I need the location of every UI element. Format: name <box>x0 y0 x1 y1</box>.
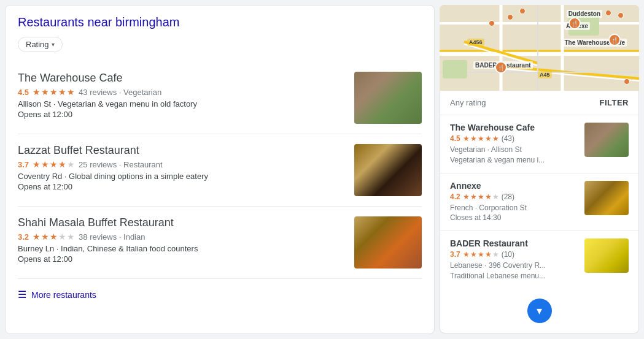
star-half: ★ <box>492 134 499 143</box>
right-restaurant-name: The Warehouse Cafe <box>450 123 578 132</box>
restaurant-name: The Warehouse Cafe <box>18 72 344 85</box>
stars: ★★★★★ <box>33 87 75 97</box>
right-restaurant-item[interactable]: The Warehouse Cafe 4.5 ★★★★★ (43) Vegeta… <box>440 115 638 173</box>
map-container[interactable]: Duddeston Annexe The Warehouse Cafe BADE… <box>440 5 639 91</box>
restaurant-desc: Coventry Rd · Global dining options in a… <box>18 172 344 181</box>
star-empty: ★ <box>58 232 66 242</box>
right-restaurant-image <box>584 123 629 157</box>
restaurant-name: Shahi Masala Buffet Restaurant <box>18 216 344 229</box>
restaurant-info: The Warehouse Cafe 4.5 ★★★★★ 43 reviews … <box>18 72 344 119</box>
right-restaurant-desc: Vegetarian & vegan menu i... <box>450 155 578 166</box>
star-filled: ★ <box>470 134 477 143</box>
star-filled: ★ <box>485 134 492 143</box>
restaurant-info: Lazzat Buffet Restaurant 3.7 ★★★★★ 25 re… <box>18 144 344 191</box>
right-stars: ★★★★★ <box>463 134 499 143</box>
map-dot-5 <box>489 20 495 26</box>
star-filled: ★ <box>58 87 66 97</box>
right-restaurant-image <box>584 238 629 273</box>
map-pin-annexe[interactable]: 🍴 <box>568 17 581 29</box>
right-stars: ★★★★★ <box>463 250 499 259</box>
right-rating-row: 4.2 ★★★★★ (28) <box>450 192 578 201</box>
filter-row: Rating ▾ <box>18 37 422 52</box>
star-filled: ★ <box>41 232 49 242</box>
right-restaurant-type: French · Corporation St <box>450 203 578 213</box>
map-dot-3 <box>507 14 513 20</box>
map-dot-2 <box>605 10 611 16</box>
restaurant-item[interactable]: Lazzat Buffet Restaurant 3.7 ★★★★★ 25 re… <box>18 134 422 206</box>
star-filled: ★ <box>41 159 49 169</box>
right-filter-bar: Any rating FILTER <box>440 91 638 115</box>
restaurant-hours: Opens at 12:00 <box>18 254 344 264</box>
star-filled: ★ <box>485 192 492 201</box>
right-restaurant-item[interactable]: Annexe 4.2 ★★★★★ (28) French · Corporati… <box>440 173 638 232</box>
star-empty: ★ <box>492 250 499 259</box>
right-panel: Duddeston Annexe The Warehouse Cafe BADE… <box>440 5 639 334</box>
star-empty: ★ <box>67 232 75 242</box>
star-empty: ★ <box>492 192 499 201</box>
right-restaurant-desc: Closes at 14:30 <box>450 213 578 223</box>
star-filled: ★ <box>478 250 484 259</box>
star-filled: ★ <box>33 159 41 169</box>
star-empty: ★ <box>67 159 75 169</box>
right-restaurant-info: Annexe 4.2 ★★★★★ (28) French · Corporati… <box>450 181 578 224</box>
star-filled: ★ <box>50 87 58 97</box>
right-filter-button[interactable]: FILTER <box>599 98 629 107</box>
rating-filter-label: Rating <box>26 40 49 49</box>
restaurant-desc: Allison St · Vegetarian & vegan menu in … <box>18 99 344 109</box>
right-rating-number: 4.2 <box>450 192 460 201</box>
right-restaurant-item[interactable]: BADER Restaurant 3.7 ★★★★★ (10) Lebanese… <box>440 231 638 289</box>
stars: ★★★★★ <box>33 159 75 169</box>
star-filled: ★ <box>463 250 470 259</box>
right-restaurant-info: BADER Restaurant 3.7 ★★★★★ (10) Lebanese… <box>450 238 578 281</box>
chevron-down-icon: ▾ <box>52 41 55 48</box>
right-content: Any rating FILTER The Warehouse Cafe 4.5… <box>440 91 639 333</box>
right-reviews: (28) <box>502 192 514 201</box>
reviews-text: 43 reviews · Vegetarian <box>79 88 161 97</box>
rating-row: 3.2 ★★★★★ 38 reviews · Indian <box>18 232 344 242</box>
right-restaurant-name: BADER Restaurant <box>450 238 578 248</box>
chevron-down-icon: ▾ <box>537 304 542 318</box>
rating-row: 3.7 ★★★★★ 25 reviews · Restaurant <box>18 159 344 169</box>
more-restaurants-link[interactable]: ☰ More restaurants <box>18 278 422 303</box>
map-dot-4 <box>519 8 526 14</box>
right-rating-number: 3.7 <box>450 250 460 259</box>
rating-row: 4.5 ★★★★★ 43 reviews · Vegetarian <box>18 87 344 97</box>
restaurant-image <box>354 216 422 269</box>
right-restaurant-info: The Warehouse Cafe 4.5 ★★★★★ (43) Vegeta… <box>450 123 578 166</box>
map-pin-warehouse[interactable]: 🍴 <box>608 34 621 46</box>
star-filled: ★ <box>463 134 470 143</box>
reviews-text: 25 reviews · Restaurant <box>79 160 163 169</box>
right-reviews: (43) <box>502 134 514 143</box>
star-half: ★ <box>67 87 75 97</box>
restaurant-image <box>354 144 422 196</box>
star-filled: ★ <box>41 87 49 97</box>
map-road-a456: A456 <box>467 39 484 46</box>
star-filled: ★ <box>470 192 477 201</box>
right-restaurant-name: Annexe <box>450 181 578 191</box>
rating-filter-button[interactable]: Rating ▾ <box>18 37 63 52</box>
rating-number: 3.2 <box>18 232 29 242</box>
star-filled: ★ <box>463 192 470 201</box>
scroll-btn-container: ▾ <box>440 289 638 333</box>
scroll-down-button[interactable]: ▾ <box>527 299 552 323</box>
star-half: ★ <box>485 250 492 259</box>
left-panel: Restaurants near birmingham Rating ▾ The… <box>5 5 435 334</box>
map-label-duddeston: Duddeston <box>567 10 602 18</box>
star-filled: ★ <box>478 134 484 143</box>
restaurant-item[interactable]: Shahi Masala Buffet Restaurant 3.2 ★★★★★… <box>18 206 422 278</box>
map-pin-bader[interactable]: 🍴 <box>495 61 507 74</box>
star-filled: ★ <box>478 192 484 201</box>
star-filled: ★ <box>50 232 58 242</box>
star-filled: ★ <box>50 159 58 169</box>
right-rating-row: 3.7 ★★★★★ (10) <box>450 250 578 259</box>
right-restaurant-image <box>584 181 629 215</box>
rating-number: 4.5 <box>18 88 29 97</box>
any-rating-label: Any rating <box>450 98 486 107</box>
right-restaurant-desc: Traditional Lebanese menu... <box>450 271 578 281</box>
search-title: Restaurants near birmingham <box>18 15 422 29</box>
restaurant-hours: Opens at 12:00 <box>18 182 344 191</box>
map-dot-1 <box>618 12 624 18</box>
star-filled: ★ <box>33 87 41 97</box>
restaurant-item[interactable]: The Warehouse Cafe 4.5 ★★★★★ 43 reviews … <box>18 62 422 134</box>
restaurant-image <box>354 72 422 124</box>
